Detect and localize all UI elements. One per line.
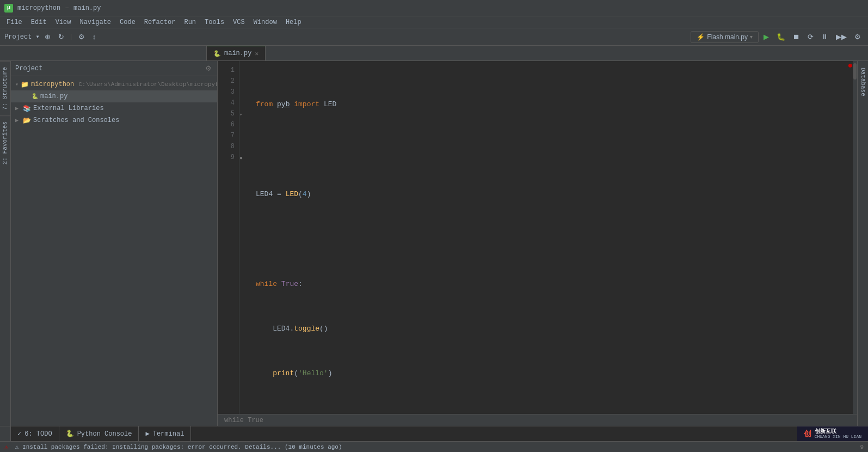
debug-button[interactable]: 🐛 — [774, 31, 788, 42]
toolbar-sep1: | — [69, 33, 73, 41]
app-title: micropython — [17, 4, 60, 12]
step-button[interactable]: ▶▶ — [833, 31, 849, 42]
error-indicator: ● — [847, 61, 853, 71]
tree-micropython-label: micropython — [31, 81, 74, 88]
bottom-spacer — [191, 426, 797, 441]
code-line-6: LED4 . toggle () — [256, 323, 846, 334]
settings2-button[interactable]: ⚙ — [852, 31, 864, 42]
toolbar-add-btn[interactable]: ⊕ — [42, 31, 53, 42]
project-panel: Project ⚙ ▾ 📁 micropython C:\Users\Admin… — [11, 61, 218, 426]
gutter-3 — [239, 87, 249, 98]
project-title: Project — [15, 65, 201, 72]
todo-icon: ✓ — [17, 430, 21, 438]
flash-button[interactable]: ⚡ Flash main.py ▾ — [691, 31, 759, 43]
flash-dropdown-arrow: ▾ — [750, 34, 753, 40]
project-header: Project ⚙ — [11, 61, 217, 76]
status-bar: ⚠ ⚠ Install packages failed: Installing … — [0, 441, 868, 452]
class-led: LED — [324, 99, 336, 111]
py-file-icon: 🐍 — [32, 93, 38, 100]
line-numbers: 1 2 3 4 5 6 7 8 9 — [218, 61, 239, 414]
kw-true: True — [281, 279, 298, 290]
var-led4: LED4 — [256, 189, 273, 200]
flash-label: Flash main.py — [707, 33, 748, 41]
database-tab[interactable]: Database — [858, 63, 868, 101]
favorites-tab[interactable]: 2: Favorites — [0, 115, 10, 170]
run-button[interactable]: ▶ — [761, 31, 772, 42]
toolbar-sync-btn[interactable]: ↻ — [56, 31, 67, 42]
menu-code[interactable]: Code — [115, 17, 140, 27]
toolbar-settings-btn[interactable]: ⚙ — [76, 31, 88, 42]
menubar: File Edit View Navigate Code Refactor Ru… — [0, 16, 868, 28]
toolbar-expand-btn[interactable]: ↕ — [90, 31, 99, 42]
line-num-5: 5 — [220, 109, 235, 120]
line-num-6: 6 — [220, 120, 235, 131]
menu-edit[interactable]: Edit — [27, 17, 51, 27]
bottom-left-spacer — [0, 426, 11, 441]
line-num-2: 2 — [220, 76, 235, 87]
menu-run[interactable]: Run — [180, 17, 200, 27]
menu-window[interactable]: Window — [249, 17, 281, 27]
arrow-icon: ▾ — [15, 81, 19, 88]
left-structural-tabs: 7: Structure 2: Favorites — [0, 61, 11, 426]
scratches-icon: 📂 — [23, 117, 31, 125]
gutter-8 — [239, 142, 249, 152]
reload-button[interactable]: ⟳ — [805, 31, 816, 42]
code-line-7: print ( 'Hello' ) — [256, 369, 846, 380]
logo-subtext: CHUANG XIN HU LIAN — [815, 435, 861, 439]
tree-main-py-label: main.py — [40, 93, 67, 100]
code-line-4 — [256, 234, 846, 245]
tab-close-btn[interactable]: ✕ — [255, 50, 258, 57]
line-num-7: 7 — [220, 131, 235, 142]
gutter-7 — [239, 131, 249, 142]
tree-external-libs[interactable]: ▶ 📚 External Libraries — [11, 102, 217, 114]
line-num-4: 4 — [220, 98, 235, 109]
line-num-8: 8 — [220, 142, 235, 152]
pause-button[interactable]: ⏸ — [818, 31, 831, 42]
menu-file[interactable]: File — [2, 17, 27, 27]
code-line-3: LED4 = LED ( 4 ) — [256, 189, 846, 200]
tree-main-py[interactable]: 🐍 main.py — [11, 90, 217, 102]
project-settings-btn[interactable]: ⚙ — [204, 63, 213, 74]
main-content: 7: Structure 2: Favorites Project ⚙ ▾ 📁 … — [0, 61, 868, 426]
kw-while: while — [256, 279, 277, 290]
tab-main-py[interactable]: 🐍 main.py ✕ — [207, 46, 266, 60]
logo-icon: 创 — [804, 429, 811, 439]
python-console-icon: 🐍 — [66, 430, 74, 438]
tree-micropython-folder[interactable]: ▾ 📁 micropython C:\Users\Administrator\D… — [11, 78, 217, 90]
scroll-gutter[interactable] — [853, 61, 857, 414]
editor-status-line: while True — [218, 414, 857, 426]
project-label: Project ▾ — [4, 33, 40, 41]
menu-view[interactable]: View — [51, 17, 76, 27]
tab-label: main.py — [224, 50, 251, 57]
menu-vcs[interactable]: VCS — [229, 17, 249, 27]
tree-scratches[interactable]: ▶ 📂 Scratches and Consoles — [11, 114, 217, 126]
bottom-tab-terminal[interactable]: ▶ Terminal — [139, 426, 191, 441]
todo-label: 6: TODO — [24, 430, 52, 438]
gutter-9-bp: ● — [239, 152, 249, 163]
code-line-5: while True : — [256, 279, 846, 290]
gutter-1 — [239, 65, 249, 76]
menu-tools[interactable]: Tools — [200, 17, 229, 27]
line-num-3: 3 — [220, 87, 235, 98]
bottom-tab-todo[interactable]: ✓ 6: TODO — [11, 426, 59, 441]
bottom-tab-python-console[interactable]: 🐍 Python Console — [59, 426, 139, 441]
str-hello: 'Hello' — [298, 368, 328, 380]
tabbar: 🐍 main.py ✕ — [0, 46, 868, 61]
structure-tab[interactable]: 7: Structure — [0, 61, 10, 115]
folder-icon: 📁 — [21, 81, 29, 89]
stop-button[interactable]: ⏹ — [790, 31, 803, 42]
menu-help[interactable]: Help — [281, 17, 306, 27]
terminal-label: Terminal — [153, 430, 184, 438]
line-num-1: 1 — [220, 65, 235, 76]
menu-navigate[interactable]: Navigate — [75, 17, 115, 27]
code-container[interactable]: 1 2 3 4 5 6 7 8 9 ▾ ● — [218, 61, 857, 414]
code-editor[interactable]: from pyb import LED LED4 = LED ( 4 — [249, 61, 853, 414]
gutter: ▾ ● — [239, 61, 249, 414]
menu-refactor[interactable]: Refactor — [140, 17, 180, 27]
code-line-1: from pyb import LED — [256, 99, 846, 110]
titlebar: μ micropython – main.py — [0, 0, 868, 16]
status-message: ⚠ Install packages failed: Installing pa… — [15, 443, 854, 450]
ext-lib-icon: 📚 — [23, 105, 31, 113]
editor-area[interactable]: ● 1 2 3 4 5 6 7 8 9 ▾ — [218, 61, 857, 426]
status-error-icon: ⚠ — [4, 443, 9, 451]
